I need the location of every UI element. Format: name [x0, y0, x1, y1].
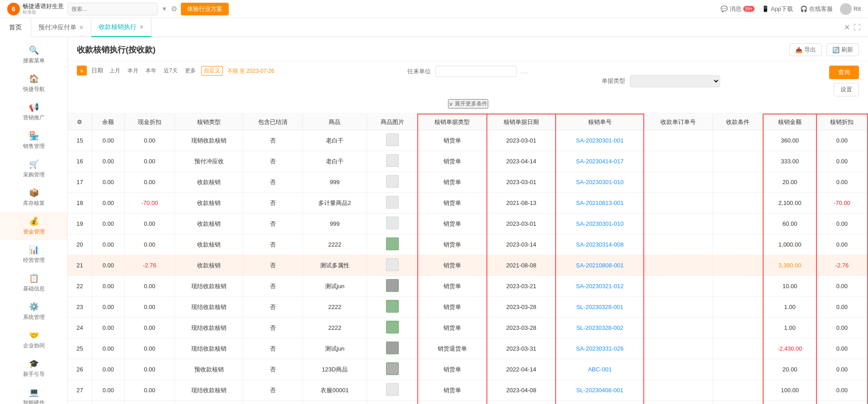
filter-toggle-button[interactable]: » [77, 66, 87, 76]
tab-receivables-close[interactable]: ✕ [139, 24, 144, 30]
base-icon: 📋 [29, 273, 39, 283]
filter-left: » 日期 上月 本月 本年 近7天 更多 自定义 不限 至 2023-07-26 [77, 66, 334, 76]
sidebar-item-marketing[interactable]: 📢 营销推广 [0, 98, 67, 126]
main-content: 收款核销执行(按收款) 📤 导出 🔄 刷新 » 日期 上月 [68, 37, 868, 404]
row-cancel-bill-no: SA-20230301-001 [556, 130, 644, 151]
tab-home[interactable]: 首页 [0, 18, 31, 37]
row-goods: 测试多属性 [302, 255, 367, 276]
row-cancel-amount: 1,000.00 [763, 234, 816, 255]
cancel-bill-no-link[interactable]: SL-20230408-001 [576, 387, 623, 394]
export-button[interactable]: 📤 导出 [789, 43, 822, 56]
sidebar-item-search[interactable]: 🔍 搜索菜单 [0, 41, 67, 69]
settings-icon[interactable]: ⚙ [171, 5, 177, 13]
bill-type-select[interactable] [630, 75, 720, 87]
row-included: 否 [243, 214, 302, 234]
row-receipt-condition [712, 318, 763, 338]
row-goods: 999 [302, 214, 367, 234]
col-receipt-order-header: 收款单订单号 [644, 114, 712, 130]
row-cancel-discount: 0.00 [816, 234, 868, 255]
row-cancel-discount: -2.76 [816, 255, 868, 276]
tab-prepay[interactable]: 预付冲应付单 ✕ [31, 18, 91, 37]
industry-solution-button[interactable]: 体验行业方案 [181, 3, 229, 15]
query-button[interactable]: 查询 [829, 66, 859, 79]
tab-prepay-close[interactable]: ✕ [79, 24, 84, 31]
cancel-bill-no-link[interactable]: SA-20230301-001 [576, 137, 624, 144]
cancel-bill-no-link[interactable]: SL-20230328-002 [576, 324, 623, 331]
sidebar-item-operations[interactable]: 📊 经营管理 [0, 240, 67, 269]
cancel-bill-no-link[interactable]: SA-20230314-008 [576, 241, 624, 248]
date-custom[interactable]: 自定义 [201, 66, 223, 76]
inventory-icon: 📦 [29, 188, 39, 198]
sidebar-item-purchase[interactable]: 🛒 采购管理 [0, 155, 67, 183]
sidebar-item-hardware[interactable]: 💻 智能硬件 [0, 383, 67, 404]
date-last-7-days[interactable]: 近7天 [162, 66, 179, 76]
cancel-bill-no-link[interactable]: SA-20230331-026 [576, 345, 624, 352]
row-cancel-amount: 20.00 [763, 359, 816, 380]
filter-settings-button[interactable]: 设置 [834, 83, 859, 96]
refresh-button[interactable]: 🔄 刷新 [826, 43, 859, 56]
dropdown-icon[interactable]: ▼ [161, 5, 167, 12]
row-receipt-condition [712, 338, 763, 359]
cancel-bill-no-link[interactable]: SA-20210808-001 [576, 262, 624, 269]
cancel-bill-no-link[interactable]: SA-20230414-017 [576, 158, 624, 165]
date-this-year[interactable]: 本年 [144, 66, 158, 76]
row-receipt-condition [712, 214, 763, 234]
sidebar-fund-label: 资金管理 [23, 228, 45, 236]
col-settings-header[interactable]: ⚙ [68, 114, 92, 130]
row-number: 15 [68, 130, 92, 151]
row-number: 18 [68, 193, 92, 214]
tab-receivables[interactable]: 收款核销执行 ✕ [91, 18, 151, 37]
sidebar-item-system[interactable]: ⚙️ 系统管理 [0, 297, 67, 326]
sidebar-item-guide[interactable]: 🎓 新手引导 [0, 354, 67, 383]
row-receipt-order [644, 234, 712, 255]
row-cancel-type: 现结收款核销 [175, 318, 243, 338]
app-download-button[interactable]: 📱 App下载 [762, 5, 793, 13]
sales-icon: 🏪 [29, 131, 39, 141]
sidebar-item-fund[interactable]: 💰 资金管理 [0, 212, 67, 240]
row-cancel-type: 收款核销 [175, 255, 243, 276]
table-row: 180.00-70.00收款核销否多计量商品2销货单2021-08-13SA-2… [68, 193, 868, 214]
top-search-input[interactable] [67, 3, 158, 15]
row-cash-discount: 0.00 [124, 338, 175, 359]
row-receipt-order [644, 151, 712, 172]
expand-more-button[interactable]: ∨ 展开更多条件 [448, 99, 488, 109]
table-row: 210.00-2.76收款核销否测试多属性销货单2021-08-08SA-202… [68, 255, 868, 276]
col-included-header: 包含已结清 [243, 114, 302, 130]
row-goods: 多计量商品2 [302, 193, 367, 214]
cancel-bill-no-link[interactable]: SA-20230301-010 [576, 179, 624, 185]
date-this-month[interactable]: 本月 [126, 66, 140, 76]
date-last-month[interactable]: 上月 [108, 66, 122, 76]
table-row: 190.000.00收款核销否999销货单2023-03-01SA-202303… [68, 214, 868, 234]
row-number: 22 [68, 276, 92, 297]
cancel-bill-no-link[interactable]: SA-20230301-010 [576, 220, 624, 227]
row-receipt-condition [712, 255, 763, 276]
sidebar-item-sales[interactable]: 🏪 销售管理 [0, 126, 67, 155]
row-receipt-order [644, 297, 712, 318]
cancel-bill-no-link[interactable]: SA-20230321-012 [576, 283, 624, 290]
sidebar-operations-label: 经营管理 [23, 257, 45, 264]
row-receipt-order [644, 359, 712, 380]
row-cancel-type: 现结收款核销 [175, 401, 243, 404]
row-cancel-bill-date: 2023-03-01 [487, 130, 556, 151]
tab-close-all-icon[interactable]: ✕ [844, 23, 850, 32]
tab-bar: 首页 预付冲应付单 ✕ 收款核销执行 ✕ ✕ ⛶ [0, 18, 868, 37]
sidebar-item-inventory[interactable]: 📦 库存核算 [0, 183, 67, 212]
filter-bar: » 日期 上月 本月 本年 近7天 更多 自定义 不限 至 2023-07-26 [68, 61, 868, 114]
cancel-bill-no-link[interactable]: ABC-001 [588, 366, 612, 373]
tab-receivables-label: 收款核销执行 [99, 23, 137, 31]
message-button[interactable]: 💬 消息 99+ [721, 5, 755, 13]
online-service-button[interactable]: 🎧 在线客服 [800, 5, 833, 13]
date-more[interactable]: 更多 [183, 66, 198, 76]
cancel-bill-no-link[interactable]: SA-20210813-001 [576, 200, 624, 206]
sidebar-item-base[interactable]: 📋 基础信息 [0, 269, 67, 297]
row-receipt-condition [712, 297, 763, 318]
user-info[interactable]: Rit [840, 3, 861, 15]
tab-expand-icon[interactable]: ⛶ [854, 24, 861, 32]
row-cancel-discount: 0.00 [816, 214, 868, 234]
row-cash-discount: 0.00 [124, 151, 175, 172]
sidebar-item-enterprise[interactable]: 🤝 企业协同 [0, 326, 67, 354]
row-goods: 123D商品 [302, 359, 367, 380]
sidebar-item-quick-nav[interactable]: 🏠 快捷导航 [0, 69, 67, 98]
cancel-bill-no-link[interactable]: SL-20230328-001 [576, 304, 623, 310]
partner-input[interactable] [435, 66, 517, 77]
